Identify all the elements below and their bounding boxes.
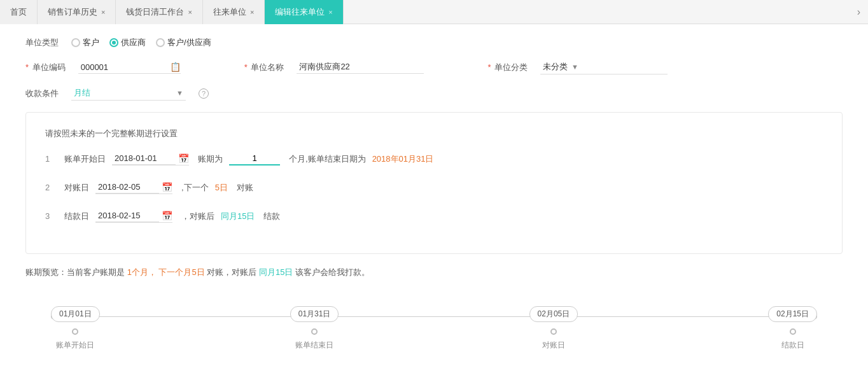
period-row-3: 3 结款日 📅 ，对账后 同月15日 结款 (45, 209, 823, 223)
timeline-label-2: 账单结束日 (295, 340, 333, 351)
unit-type-row: 单位类型 客户 供应商 客户/供应商 (25, 37, 843, 48)
timeline-dot-4 (790, 328, 796, 335)
period-row-3-suffix: 结款 (263, 211, 280, 222)
period-row-1-label: 账单开始日 (64, 153, 106, 165)
timeline-dot-2 (311, 328, 318, 335)
period-row-2-date-field: 📅 (95, 181, 172, 194)
period-row-3-highlight: 同月15日 (221, 211, 255, 222)
period-row-1-num: 1 (45, 154, 58, 164)
unit-category-dropdown[interactable]: 未分类 ▼ (540, 60, 668, 74)
tab-cash-work[interactable]: 钱货日清工作台 × (116, 0, 202, 24)
unit-name-star: * (244, 62, 248, 72)
period-box: 请按照未来的一个完整帐期进行设置 1 账单开始日 📅 账期为 个月,账单结束日期… (25, 112, 843, 254)
main-content: 单位类型 客户 供应商 客户/供应商 * 单位编码 📋 (0, 24, 868, 387)
radio-both[interactable]: 客户/供应商 (156, 37, 211, 48)
period-row-1-unit: 个月,账单结束日期为 (289, 153, 366, 165)
timeline-date-3: 02月05日 (529, 306, 578, 322)
radio-customer-circle (71, 38, 80, 47)
timeline-label-4: 结款日 (781, 340, 804, 351)
timeline-point-3: 02月05日 对账日 (529, 306, 578, 351)
tab-home-label: 首页 (10, 6, 27, 18)
period-row-2-suffix: 对账 (237, 182, 253, 194)
payment-row: 收款条件 月结 ▼ ? (25, 86, 843, 101)
payment-dropdown[interactable]: 月结 ▼ (71, 86, 186, 101)
timeline-date-4: 02月15日 (768, 306, 817, 322)
tab-partner-label: 往来单位 (213, 6, 246, 18)
unit-code-star: * (25, 62, 29, 72)
payment-label: 收款条件 (25, 88, 59, 99)
tab-home[interactable]: 首页 (0, 0, 38, 24)
period-row-3-label: 结款日 (64, 211, 89, 222)
tab-edit-partner[interactable]: 编辑往来单位 × (265, 0, 343, 24)
tab-sales-history-label: 销售订单历史 (48, 6, 97, 18)
period-row-1-suffix: 账期为 (198, 153, 223, 165)
tab-cash-work-close[interactable]: × (188, 8, 192, 16)
period-row-3-date-input[interactable] (95, 209, 159, 222)
period-row-2: 2 对账日 📅 ,下一个 5日 对账 (45, 181, 823, 194)
payment-dropdown-arrow: ▼ (176, 89, 183, 97)
unit-category-label: * 单位分类 (487, 62, 528, 73)
radio-customer[interactable]: 客户 (71, 37, 99, 48)
period-row-3-date-field: 📅 (95, 209, 172, 223)
radio-both-circle (156, 38, 165, 47)
period-row-2-num: 2 (45, 183, 58, 192)
tab-sales-history[interactable]: 销售订单历史 × (38, 0, 116, 24)
radio-supplier-label: 供应商 (121, 37, 146, 48)
timeline-point-2: 01月31日 账单结束日 (290, 306, 339, 351)
timeline-dot-3 (550, 328, 557, 335)
period-row-2-highlight: 5日 (215, 182, 228, 194)
unit-category-arrow: ▼ (571, 63, 578, 71)
tab-bar: 首页 销售订单历史 × 钱货日清工作台 × 往来单位 × 编辑往来单位 × › (0, 0, 868, 24)
preview-part5: 该客户会给我打款。 (295, 267, 370, 277)
tab-sales-history-close[interactable]: × (101, 8, 105, 16)
radio-both-label: 客户/供应商 (167, 37, 211, 48)
radio-supplier-circle (109, 38, 118, 47)
preview-part3: 对账，对账后 (207, 267, 256, 277)
tab-more-button[interactable]: › (850, 6, 868, 18)
period-row-1-date-field: 📅 (112, 152, 189, 165)
preview-label: 账期预览：当前客户账期是 (25, 267, 125, 277)
period-row-3-cal-icon[interactable]: 📅 (162, 211, 172, 221)
unit-code-label: * 单位编码 (25, 62, 66, 73)
unit-name-input[interactable] (297, 61, 424, 74)
period-row-2-cal-icon[interactable]: 📅 (162, 182, 172, 192)
preview-part2: 下一个月5日 (158, 267, 204, 277)
preview-part1: 1个月， (127, 267, 157, 277)
preview-part4: 同月15日 (259, 267, 293, 277)
unit-name-label: * 单位名称 (244, 62, 284, 73)
unit-code-icon[interactable]: 📋 (170, 62, 181, 72)
timeline-items: 01月01日 账单开始日 01月31日 账单结束日 02月05日 对账日 02月… (51, 306, 817, 351)
period-row-1-cal-icon[interactable]: 📅 (178, 153, 189, 164)
period-box-title: 请按照未来的一个完整帐期进行设置 (45, 128, 823, 139)
timeline-date-2: 01月31日 (290, 306, 339, 322)
unit-code-field: 📋 (78, 61, 181, 74)
period-row-1-highlight: 2018年01月31日 (372, 153, 434, 165)
period-row-3-num: 3 (45, 211, 58, 221)
tab-cash-work-label: 钱货日清工作台 (126, 6, 184, 18)
period-months-input[interactable] (229, 152, 280, 165)
tab-partner-close[interactable]: × (250, 8, 254, 16)
unit-type-label: 单位类型 (25, 37, 59, 48)
period-row-2-prefix: ,下一个 (181, 182, 209, 194)
unit-info-row: * 单位编码 📋 * 单位名称 * 单位分类 未分类 ▼ (25, 60, 843, 74)
tab-edit-partner-close[interactable]: × (328, 8, 332, 16)
timeline-point-1: 01月01日 账单开始日 (51, 306, 100, 351)
unit-category-star: * (487, 62, 491, 72)
unit-type-radio-group: 客户 供应商 客户/供应商 (71, 37, 211, 48)
timeline-label-3: 对账日 (542, 340, 565, 351)
period-row-2-date-input[interactable] (95, 181, 159, 194)
tab-edit-partner-label: 编辑往来单位 (275, 6, 325, 18)
tab-partner[interactable]: 往来单位 × (203, 0, 265, 24)
period-row-2-label: 对账日 (64, 182, 89, 194)
timeline-date-1: 01月01日 (51, 306, 100, 322)
timeline-section: 01月01日 账单开始日 01月31日 账单结束日 02月05日 对账日 02月… (25, 293, 843, 376)
preview-section: 账期预览：当前客户账期是 1个月， 下一个月5日 对账，对账后 同月15日 该客… (25, 267, 843, 278)
period-row-3-prefix: ，对账后 (181, 211, 214, 222)
period-row-1-date-input[interactable] (112, 152, 176, 165)
period-row-1: 1 账单开始日 📅 账期为 个月,账单结束日期为 2018年01月31日 (45, 152, 823, 165)
unit-code-input[interactable] (78, 61, 167, 73)
payment-help-icon[interactable]: ? (199, 88, 209, 99)
radio-customer-label: 客户 (83, 37, 99, 48)
radio-supplier[interactable]: 供应商 (109, 37, 146, 48)
timeline-label-1: 账单开始日 (56, 340, 94, 351)
